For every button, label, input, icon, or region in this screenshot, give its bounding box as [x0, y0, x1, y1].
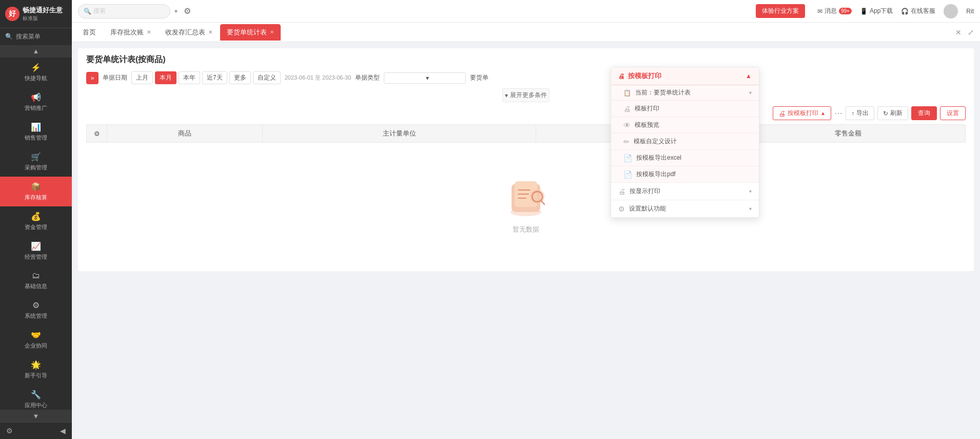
empty-illustration — [500, 174, 552, 220]
topbar: 🔍 搜索 ▾ ⚙ 体验行业方案 ✉ 消息 99+ 📱 App下载 🎧 在线客服 … — [72, 0, 980, 23]
toolbar-more-icon[interactable]: ⋯ — [834, 108, 842, 118]
col-product: 商品 — [107, 125, 263, 143]
export-button[interactable]: ↑ 导出 — [846, 106, 874, 120]
footer-collapse-icon[interactable]: ◀ — [60, 427, 66, 435]
message-button[interactable]: ✉ 消息 99+ — [817, 7, 852, 15]
filter-expand-icon: » — [91, 74, 94, 82]
sidebar-item-collab[interactable]: 🤝 企业协同 — [0, 325, 72, 355]
template-excel-item[interactable]: 📄 按模板导出excel — [611, 150, 759, 166]
expand-more-conditions[interactable]: ▾ 展开更多条件 — [502, 88, 550, 102]
message-badge: 99+ — [839, 8, 852, 14]
tab-inventory-batch-close[interactable]: ✕ — [147, 29, 151, 35]
tab-order-stats-close[interactable]: ✕ — [270, 29, 274, 35]
filter-expand-button[interactable]: » — [86, 72, 99, 84]
sidebar-search[interactable]: 🔍 搜索菜单 — [0, 28, 72, 45]
sidebar-item-appstore[interactable]: 🔧 应用中心 — [0, 385, 72, 410]
print-header-label: 按模板打印 — [628, 71, 661, 81]
order-subtype-label: 要货单 — [470, 73, 488, 82]
sidebar-item-purchase[interactable]: 🛒 采购管理 — [0, 147, 72, 177]
app-download-button[interactable]: 📱 App下载 — [860, 7, 893, 15]
sidebar: 好 畅捷通好生意 标准版 🔍 搜索菜单 ▲ ⚡ 快捷导航 📢 营销推广 📊 销售… — [0, 0, 72, 439]
quick-nav-icon: ⚡ — [31, 63, 41, 72]
template-print-icon: 🖨 — [623, 105, 631, 113]
sidebar-item-sales[interactable]: 📊 销售管理 — [0, 117, 72, 147]
tabs-maximize-button[interactable]: ⤢ — [966, 27, 976, 37]
sidebar-scroll-down[interactable]: ▼ — [0, 410, 72, 422]
tab-receipt-summary[interactable]: 收发存汇总表 ✕ — [159, 24, 219, 41]
logo-icon: 好 — [5, 7, 19, 21]
template-print-item[interactable]: 🖨 模板打印 — [611, 101, 759, 117]
set-default-section[interactable]: ⚙ 设置默认功能 ▾ — [611, 200, 759, 218]
topbar-search-box[interactable]: 🔍 搜索 — [78, 4, 170, 18]
print-dropdown-header[interactable]: 🖨 按模板打印 ▲ — [611, 67, 759, 85]
export-icon: ↑ — [851, 110, 854, 117]
marketing-icon: 📢 — [31, 92, 41, 102]
sidebar-item-inventory[interactable]: 📦 库存核算 — [0, 177, 72, 206]
col-settings[interactable]: ⚙ — [87, 125, 107, 143]
page-card: 要货单统计表(按商品) » 单据日期 上月 本月 本年 近7天 更多 自定义 2… — [78, 48, 974, 271]
date-btn-this-month[interactable]: 本月 — [155, 71, 177, 84]
app-logo: 好 畅捷通好生意 标准版 — [0, 0, 72, 28]
brand-name: 畅捷通好生意 — [23, 6, 63, 15]
printer-icon: 🖨 — [778, 109, 786, 118]
sidebar-item-finance[interactable]: 💰 资金管理 — [0, 206, 72, 236]
industry-plan-button[interactable]: 体验行业方案 — [756, 4, 805, 18]
main-content: 🔍 搜索 ▾ ⚙ 体验行业方案 ✉ 消息 99+ 📱 App下载 🎧 在线客服 … — [72, 0, 980, 439]
template-preview-icon: 👁 — [623, 121, 631, 129]
tabs-close-all-button[interactable]: ✕ — [953, 27, 964, 37]
basic-icon: 🗂 — [32, 271, 40, 280]
display-print-icon: 🖨 — [618, 187, 625, 196]
data-table: ⚙ 商品 主计量单位 主数量 零售金额 — [86, 124, 966, 143]
sidebar-item-marketing[interactable]: 📢 营销推广 — [0, 87, 72, 117]
sidebar-scroll-up[interactable]: ▲ — [0, 45, 72, 58]
order-type-select[interactable]: ▾ — [384, 72, 466, 84]
tab-inventory-batch[interactable]: 库存批次账 ✕ — [104, 24, 158, 41]
purchase-icon: 🛒 — [31, 152, 41, 162]
template-custom-item[interactable]: ✏ 模板自定义设计 — [611, 133, 759, 150]
date-btn-more[interactable]: 更多 — [229, 71, 251, 84]
footer-settings-icon[interactable]: ⚙ — [6, 427, 13, 435]
refresh-button[interactable]: ↻ 刷新 — [877, 106, 908, 120]
col-unit: 主计量单位 — [262, 125, 536, 143]
sidebar-item-basic[interactable]: 🗂 基础信息 — [0, 266, 72, 295]
tab-home[interactable]: 首页 — [76, 24, 103, 41]
print-dropdown-button[interactable]: 🖨 按模板打印 ▲ — [773, 106, 831, 120]
template-preview-item[interactable]: 👁 模板预览 — [611, 117, 759, 133]
page-content: 要货单统计表(按商品) » 单据日期 上月 本月 本年 近7天 更多 自定义 2… — [72, 42, 980, 439]
settings-button[interactable]: 设置 — [940, 106, 966, 120]
topbar-settings-icon[interactable]: ⚙ — [184, 6, 191, 16]
user-avatar[interactable] — [944, 4, 958, 18]
date-btn-7days[interactable]: 近7天 — [202, 71, 227, 84]
sidebar-item-quick-nav[interactable]: ⚡ 快捷导航 — [0, 58, 72, 87]
template-excel-icon: 📄 — [623, 154, 632, 162]
sidebar-item-guide[interactable]: 🌟 新手引导 — [0, 355, 72, 385]
current-template-arrow: ▾ — [749, 90, 752, 96]
current-template-row[interactable]: 📋 当前：要货单统计表 ▾ — [611, 85, 759, 101]
date-btn-custom[interactable]: 自定义 — [253, 71, 281, 84]
sidebar-item-system[interactable]: ⚙ 系统管理 — [0, 295, 72, 325]
sidebar-item-operation[interactable]: 📈 经营管理 — [0, 236, 72, 266]
query-button[interactable]: 查询 — [911, 106, 937, 120]
appstore-icon: 🔧 — [31, 390, 41, 399]
print-dropdown-collapse-arrow[interactable]: ▲ — [746, 72, 752, 80]
inventory-icon: 📦 — [31, 182, 41, 192]
template-pdf-item[interactable]: 📄 按模板导出pdf — [611, 166, 759, 183]
print-header-icon: 🖨 — [618, 72, 625, 80]
date-range-display: 2023-06-01 至 2023-06-30 — [285, 74, 351, 82]
date-buttons: 上月 本月 本年 近7天 更多 自定义 — [131, 71, 281, 84]
col-retail-amount: 零售金额 — [731, 125, 966, 143]
display-print-section[interactable]: 🖨 按显示打印 ▾ — [611, 183, 759, 200]
template-pdf-icon: 📄 — [623, 170, 632, 179]
tab-order-stats[interactable]: 要货单统计表 ✕ — [220, 24, 281, 41]
topbar-dropdown-arrow[interactable]: ▾ — [174, 8, 178, 15]
tab-receipt-summary-close[interactable]: ✕ — [208, 29, 212, 35]
app-download-icon: 📱 — [860, 8, 868, 15]
date-btn-this-year[interactable]: 本年 — [179, 71, 200, 84]
filter-row: » 单据日期 上月 本月 本年 近7天 更多 自定义 2023-06-01 至 … — [86, 71, 966, 84]
tabs-bar: 首页 库存批次账 ✕ 收发存汇总表 ✕ 要货单统计表 ✕ ✕ ⤢ — [72, 23, 980, 42]
online-service-button[interactable]: 🎧 在线客服 — [901, 7, 935, 15]
search-icon: 🔍 — [5, 33, 13, 40]
date-btn-last-month[interactable]: 上月 — [131, 71, 153, 84]
sidebar-footer: ⚙ ◀ — [0, 422, 72, 439]
system-icon: ⚙ — [32, 300, 40, 310]
